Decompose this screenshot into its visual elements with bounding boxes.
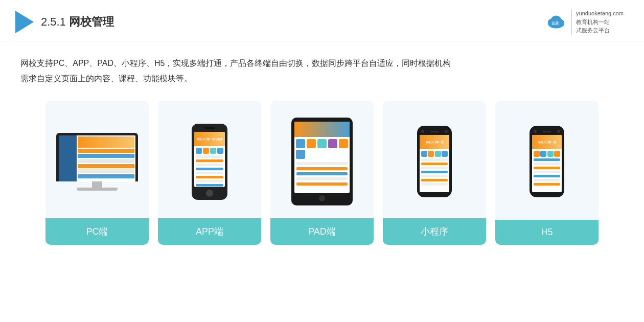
pad-label: PAD端 [270,218,374,245]
cloud-svg: 云朵 [545,12,567,32]
mini-banner-text: 轻松入门第一堂 [426,141,444,144]
h5-screen: 轻松入门第一堂 [532,135,562,192]
app-row-3 [196,164,223,166]
pc-screen-inner [59,135,135,181]
pad-icons [294,137,350,161]
h5-speaker-icon [543,131,551,132]
h5-row-7 [534,183,560,186]
pad-icon-2 [307,139,316,148]
pc-row-5 [78,169,134,173]
h5-icon-3 [547,151,554,157]
app-banner-text: 轻松入门第一堂习题课 [197,137,222,141]
logo-slogan-2: 式服务云平台 [576,26,624,35]
pad-row-2 [296,167,348,170]
app-icon-3 [210,148,216,154]
pad-row-4 [296,177,348,180]
mini-icon-4 [442,151,448,157]
app-banner: 轻松入门第一堂习题课 [194,132,225,146]
pad-image-area [270,101,374,218]
app-row-6 [196,176,223,178]
logo-text: yunduoketang.com 教育机构一站 式服务云平台 [571,9,624,35]
svg-text:云朵: 云朵 [551,21,559,26]
page-title: 2.5.1 网校管理 [41,14,114,30]
mini-row-6 [421,179,448,181]
pc-label: PC端 [45,218,149,245]
mini-phone-outer: 轻松入门第一堂 [417,126,452,197]
h5-icon-4 [554,151,560,157]
h5-banner-text: 轻松入门第一堂 [538,141,556,144]
pad-rows [294,161,350,189]
pad-device [291,118,353,205]
h5-row-5 [534,175,560,177]
pad-screen [294,122,350,193]
pc-screen-outer [56,133,138,181]
pc-image-area [45,101,149,218]
mini-row-5 [421,175,448,177]
mini-row-7 [421,183,448,186]
h5-label: H5 [495,220,599,245]
logo-triangle-icon [15,11,34,33]
pad-banner [294,122,350,137]
mini-image-area: 轻松入门第一堂 [383,101,486,218]
h5-image-area: 轻松入门第一堂 [495,101,599,218]
app-home-button [206,190,213,197]
h5-row-4 [534,171,560,173]
h5-icon-1 [534,151,540,157]
h5-icons [532,149,562,158]
pc-row-3 [78,159,134,163]
card-app: 轻松入门第一堂习题课 [158,101,261,245]
h5-row-2 [534,163,560,165]
app-row-7 [196,180,223,182]
pad-row-5 [296,182,348,186]
logo-slogan-1: 教育机构一站 [576,18,624,27]
h5-topbar [532,130,562,135]
pc-stand [56,181,138,191]
page-header: 2.5.1 网校管理 云朵 yunduoketang.com 教育机构一站 式服… [0,0,644,41]
pc-base [77,188,118,191]
app-icon-1 [196,148,202,154]
pad-icon-6 [296,150,305,159]
mini-camera-icon [421,130,424,133]
h5-banner: 轻松入门第一堂 [532,135,562,149]
pc-neck [92,181,102,188]
app-label: APP端 [158,218,261,245]
pad-icon-3 [317,139,327,148]
app-row-4 [196,168,223,170]
mini-row-4 [421,171,448,173]
app-icons [194,146,225,155]
app-image-area: 轻松入门第一堂习题课 [158,101,261,218]
card-miniprogram: 轻松入门第一堂 [383,101,486,245]
app-phone-screen: 轻松入门第一堂习题课 [194,132,225,187]
device-cards-container: PC端 轻松入门第一堂习题课 [0,91,644,245]
card-pc: PC端 [45,101,149,245]
h5-row-1 [534,158,560,161]
h5-phone-outer: 轻松入门第一堂 [530,126,564,197]
mini-icon-3 [435,151,441,157]
pad-row-1 [296,162,348,165]
pc-main-mock [77,135,135,181]
mini-banner: 轻松入门第一堂 [420,135,449,149]
section-name: 网校管理 [69,15,114,28]
desc-line2: 需求自定义页面上的内容、课程、功能模块等。 [20,74,192,83]
pc-screen-content [59,135,135,181]
brand-logo: 云朵 yunduoketang.com 教育机构一站 式服务云平台 [545,9,624,35]
pc-sidebar-mock [59,135,77,181]
cloud-logo-icon: 云朵 [545,12,567,32]
app-row-5 [196,172,223,174]
app-icon-2 [203,148,209,154]
mini-label: 小程序 [383,218,486,245]
header-left: 2.5.1 网校管理 [15,11,114,33]
h5-btn-icon [557,130,560,133]
app-phone-outer: 轻松入门第一堂习题课 [192,124,227,200]
card-h5: 轻松入门第一堂 [495,101,599,245]
app-icon-4 [217,148,223,154]
mini-btn-icon [445,130,448,133]
mini-rows [420,158,449,186]
app-row-8 [196,184,223,187]
pc-row-2 [78,154,134,158]
app-row-1 [196,155,223,158]
section-number: 2.5.1 [41,15,66,28]
mini-row-1 [421,158,448,161]
app-rows [194,155,225,187]
h5-row-3 [534,167,560,169]
